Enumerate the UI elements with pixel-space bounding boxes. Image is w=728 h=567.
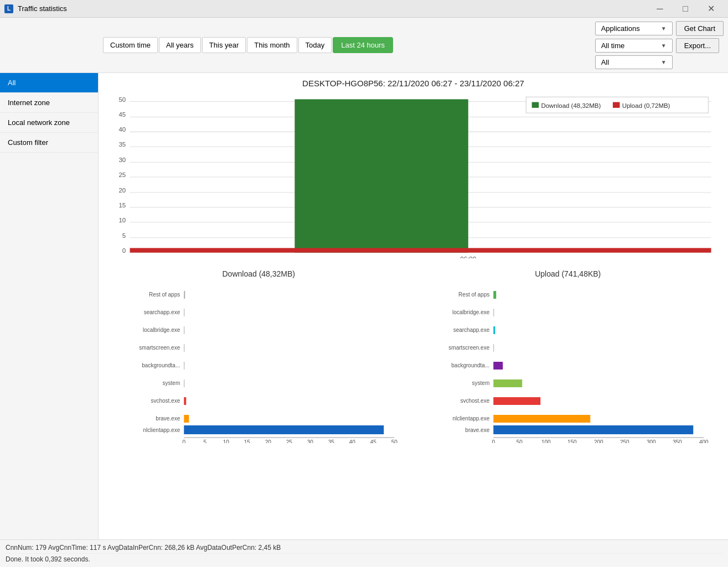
- svg-rect-41: [184, 326, 184, 334]
- svg-text:35: 35: [328, 439, 335, 443]
- time-tab-this-month[interactable]: This month: [247, 37, 297, 53]
- svg-text:nlclientapp.exe: nlclientapp.exe: [143, 427, 180, 433]
- svg-rect-44: [184, 379, 184, 387]
- get-chart-button[interactable]: Get Chart: [676, 21, 724, 36]
- svg-text:250: 250: [619, 439, 629, 443]
- time-tabs: Custom timeAll yearsThis yearThis monthT…: [103, 37, 590, 53]
- minimize-button[interactable]: ─: [647, 1, 673, 17]
- right-controls: Applications ▼ Get Chart All time ▼ Expo…: [595, 21, 724, 69]
- svg-rect-72: [493, 344, 494, 352]
- time-tab-custom-time[interactable]: Custom time: [103, 37, 158, 53]
- svg-text:20: 20: [265, 439, 272, 443]
- svg-rect-39: [184, 291, 185, 299]
- svg-text:06:00: 06:00: [460, 256, 476, 258]
- svg-rect-26: [532, 102, 539, 108]
- dropdown-arrow-icon: ▼: [661, 43, 667, 49]
- svg-rect-23: [130, 248, 711, 252]
- svg-text:350: 350: [672, 439, 681, 443]
- svg-rect-70: [493, 309, 494, 316]
- all-dropdown[interactable]: All ▼: [595, 55, 673, 69]
- timeseries-svg: 0 5 10 15 20 25 30 35 40 45 50: [110, 92, 717, 258]
- svg-text:system: system: [472, 380, 489, 386]
- upload-svg: Rest of apps localbridge.exe searchapp.e…: [419, 283, 717, 443]
- alltime-dropdown[interactable]: All time ▼: [595, 39, 673, 53]
- svg-text:45: 45: [118, 112, 126, 118]
- svg-text:Upload (0,72MB): Upload (0,72MB): [622, 102, 670, 109]
- svg-text:0: 0: [182, 439, 185, 443]
- sidebar-item-custom-filter[interactable]: Custom filter: [0, 133, 98, 153]
- title-bar: L Traffic statistics ─ □ ✕: [0, 0, 728, 18]
- chart-area: DESKTOP-HGO8P56: 22/11/2020 06:27 - 23/1…: [99, 73, 728, 539]
- svg-text:45: 45: [370, 439, 377, 443]
- svg-text:50: 50: [118, 96, 126, 103]
- svg-text:30: 30: [118, 157, 126, 163]
- svg-text:localbridge.exe: localbridge.exe: [452, 309, 489, 315]
- window-title: Traffic statistics: [18, 4, 67, 13]
- download-chart-title: Download (48,32MB): [110, 269, 408, 278]
- svg-text:backgroundta...: backgroundta...: [451, 362, 489, 368]
- svg-text:20: 20: [118, 187, 126, 194]
- dropdown-arrow-icon: ▼: [661, 25, 667, 32]
- svg-text:50: 50: [516, 439, 523, 443]
- svg-text:0: 0: [492, 439, 495, 443]
- svg-text:300: 300: [646, 439, 655, 443]
- sidebar-item-internet-zone[interactable]: Internet zone: [0, 93, 98, 113]
- svg-text:brave.exe: brave.exe: [465, 427, 489, 433]
- svg-text:backgroundta...: backgroundta...: [142, 362, 180, 368]
- svg-text:25: 25: [118, 171, 126, 178]
- svg-text:200: 200: [593, 439, 603, 443]
- sidebar-item-local-network-zone[interactable]: Local network zone: [0, 113, 98, 133]
- svg-text:svchost.exe: svchost.exe: [151, 398, 180, 404]
- svg-text:150: 150: [567, 439, 576, 443]
- svg-rect-71: [493, 326, 495, 334]
- close-button[interactable]: ✕: [698, 1, 724, 17]
- svg-text:50: 50: [391, 439, 398, 443]
- maximize-button[interactable]: □: [673, 1, 698, 17]
- svg-text:400: 400: [699, 439, 708, 443]
- svg-text:smartscreen.exe: smartscreen.exe: [139, 345, 180, 351]
- svg-rect-22: [295, 99, 468, 252]
- svg-text:Rest of apps: Rest of apps: [458, 292, 489, 298]
- svg-text:brave.exe: brave.exe: [156, 415, 180, 422]
- svg-rect-45: [184, 397, 186, 405]
- time-tab-this-year[interactable]: This year: [202, 37, 246, 53]
- svg-rect-40: [184, 309, 184, 316]
- bar-charts-row: Download (48,32MB) Rest of apps searchap…: [110, 269, 717, 445]
- svg-text:100: 100: [541, 439, 550, 443]
- svg-text:5: 5: [122, 232, 126, 239]
- svg-rect-43: [184, 362, 184, 370]
- export-button[interactable]: Export...: [676, 38, 719, 53]
- toolbar: Custom timeAll yearsThis yearThis monthT…: [0, 18, 728, 73]
- sidebar: AllInternet zoneLocal network zoneCustom…: [0, 73, 99, 539]
- svg-rect-74: [493, 379, 522, 387]
- download-bar-chart: Download (48,32MB) Rest of apps searchap…: [110, 269, 408, 445]
- svg-text:40: 40: [349, 439, 356, 443]
- time-tab-today[interactable]: Today: [298, 37, 332, 53]
- time-tab-last-24-hours[interactable]: Last 24 hours: [333, 37, 393, 53]
- status-bar: CnnNum: 179 AvgCnnTime: 117 s AvgDataInP…: [0, 539, 728, 567]
- svg-rect-76: [493, 415, 590, 423]
- svg-rect-42: [184, 344, 184, 352]
- svg-text:system: system: [163, 380, 180, 386]
- upload-chart-title: Upload (741,48KB): [419, 269, 717, 278]
- sidebar-item-all[interactable]: All: [0, 73, 98, 93]
- download-svg: Rest of apps searchapp.exe localbridge.e…: [110, 283, 408, 443]
- app-icon: L: [4, 4, 13, 13]
- svg-text:0: 0: [122, 247, 126, 254]
- stats-text: CnnNum: 179 AvgCnnTime: 117 s AvgDataInP…: [6, 542, 722, 553]
- svg-rect-47: [184, 425, 384, 434]
- svg-text:smartscreen.exe: smartscreen.exe: [448, 345, 489, 351]
- svg-text:15: 15: [118, 202, 126, 209]
- svg-rect-77: [493, 425, 693, 434]
- svg-text:5: 5: [203, 439, 206, 443]
- time-tab-all-years[interactable]: All years: [159, 37, 201, 53]
- svg-text:15: 15: [244, 439, 251, 443]
- svg-rect-46: [184, 415, 189, 423]
- svg-text:Download (48,32MB): Download (48,32MB): [541, 102, 601, 109]
- svg-text:localbridge.exe: localbridge.exe: [143, 327, 180, 333]
- svg-rect-75: [493, 397, 540, 405]
- svg-text:svchost.exe: svchost.exe: [460, 398, 489, 404]
- svg-rect-73: [493, 362, 503, 370]
- applications-dropdown[interactable]: Applications ▼: [595, 22, 673, 35]
- window-controls: ─ □ ✕: [647, 1, 724, 17]
